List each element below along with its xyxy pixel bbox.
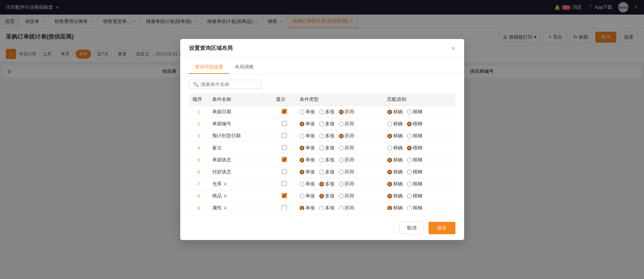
dialog-close-button[interactable]: × <box>451 45 455 52</box>
search-box: 🔍 <box>189 80 262 81</box>
dialog-header: 设置查询区域布局 × <box>180 39 464 56</box>
dialog-overlay: 设置查询区域布局 × 查询字段设置 布局调整 🔍 顺序 条件名称 <box>0 0 644 81</box>
dialog-title: 设置查询区域布局 <box>189 45 233 52</box>
tab-query-fields[interactable]: 查询字段设置 <box>189 61 229 74</box>
dialog-body: 🔍 顺序 条件名称 显示 条件类型 匹配原则 <box>180 74 464 81</box>
tab-layout-adjust[interactable]: 布局调整 <box>229 61 260 74</box>
settings-dialog: 设置查询区域布局 × 查询字段设置 布局调整 🔍 顺序 条件名称 <box>180 39 464 81</box>
dialog-tabs: 查询字段设置 布局调整 <box>180 56 464 74</box>
